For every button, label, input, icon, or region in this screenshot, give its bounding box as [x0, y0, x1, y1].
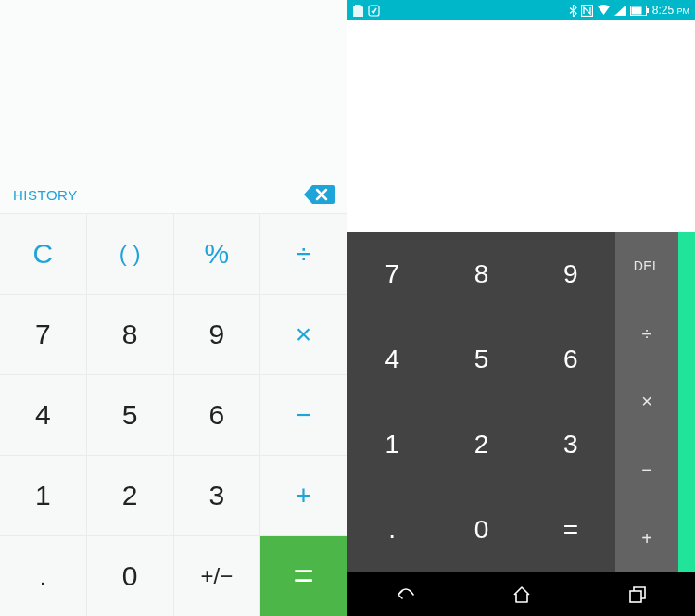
plus-button[interactable]: + [615, 504, 678, 572]
digit-9[interactable]: 9 [174, 294, 261, 374]
right-numpad: 7 8 9 4 5 6 1 2 3 . 0 = [348, 232, 615, 572]
status-left [353, 5, 380, 17]
right-operators: DEL ÷ × − + [615, 232, 678, 572]
divide-button[interactable]: ÷ [260, 213, 348, 294]
recent-button[interactable] [610, 586, 665, 603]
digit-6[interactable]: 6 [526, 317, 615, 402]
svg-rect-0 [369, 6, 379, 16]
digit-8[interactable]: 8 [436, 232, 525, 317]
svg-rect-3 [631, 6, 641, 14]
status-right: 8:25 PM [569, 4, 689, 17]
percent-button[interactable]: % [174, 213, 261, 294]
left-display: HISTORY [0, 0, 348, 213]
nfc-icon [581, 5, 593, 17]
digit-5[interactable]: 5 [87, 374, 174, 455]
bluetooth-icon [569, 5, 577, 17]
right-keypad: 7 8 9 4 5 6 1 2 3 . 0 = DEL ÷ × − + [348, 232, 695, 572]
sync-icon [368, 5, 380, 17]
digit-3[interactable]: 3 [526, 402, 615, 487]
battery-icon [630, 6, 649, 16]
digit-7[interactable]: 7 [348, 232, 436, 317]
wifi-icon [597, 5, 611, 16]
plus-button[interactable]: + [260, 455, 348, 535]
svg-rect-4 [647, 8, 649, 13]
right-calculator-app: 8:25 PM 7 8 9 4 5 6 1 2 3 . 0 = DEL ÷ × … [348, 0, 695, 616]
status-bar: 8:25 PM [348, 0, 695, 20]
advanced-panel-handle[interactable] [678, 232, 695, 572]
digit-3[interactable]: 3 [174, 455, 261, 535]
recent-icon [628, 586, 647, 603]
divide-button[interactable]: ÷ [615, 300, 678, 369]
nav-bar [348, 572, 695, 616]
home-icon [512, 586, 531, 603]
paren-button[interactable]: ( ) [87, 213, 174, 294]
home-button[interactable] [494, 586, 550, 603]
clear-button[interactable]: C [0, 213, 87, 294]
negate-button[interactable]: +/− [174, 535, 261, 616]
digit-8[interactable]: 8 [87, 294, 174, 374]
digit-7[interactable]: 7 [0, 294, 87, 374]
minus-button[interactable]: − [260, 374, 348, 455]
right-display [348, 20, 695, 232]
history-button[interactable]: HISTORY [13, 187, 78, 203]
delete-button[interactable]: DEL [615, 232, 678, 300]
back-button[interactable] [378, 586, 434, 603]
decimal-button[interactable]: . [0, 535, 87, 616]
digit-0[interactable]: 0 [87, 535, 174, 616]
signal-icon [614, 5, 626, 16]
equals-button[interactable]: = [260, 535, 348, 616]
sim-icon [353, 5, 363, 17]
svg-rect-5 [630, 591, 641, 602]
backspace-icon [303, 183, 335, 206]
digit-4[interactable]: 4 [0, 374, 87, 455]
back-icon [395, 586, 417, 603]
equals-button[interactable]: = [526, 487, 615, 572]
minus-button[interactable]: − [615, 436, 678, 505]
digit-1[interactable]: 1 [0, 455, 87, 535]
digit-0[interactable]: 0 [436, 487, 525, 572]
status-time: 8:25 PM [652, 4, 689, 17]
left-calculator-app: HISTORY C ( ) % ÷ 7 8 9 × 4 5 6 − 1 2 3 … [0, 0, 348, 616]
digit-9[interactable]: 9 [526, 232, 615, 317]
left-keypad: C ( ) % ÷ 7 8 9 × 4 5 6 − 1 2 3 + . 0 +/… [0, 213, 348, 616]
multiply-button[interactable]: × [615, 368, 678, 436]
digit-2[interactable]: 2 [87, 455, 174, 535]
multiply-button[interactable]: × [260, 294, 348, 374]
backspace-button[interactable] [303, 183, 335, 206]
digit-5[interactable]: 5 [436, 317, 525, 402]
digit-6[interactable]: 6 [174, 374, 261, 455]
digit-1[interactable]: 1 [348, 402, 436, 487]
history-row: HISTORY [0, 183, 348, 206]
digit-2[interactable]: 2 [436, 402, 525, 487]
decimal-button[interactable]: . [348, 487, 436, 572]
digit-4[interactable]: 4 [348, 317, 436, 402]
